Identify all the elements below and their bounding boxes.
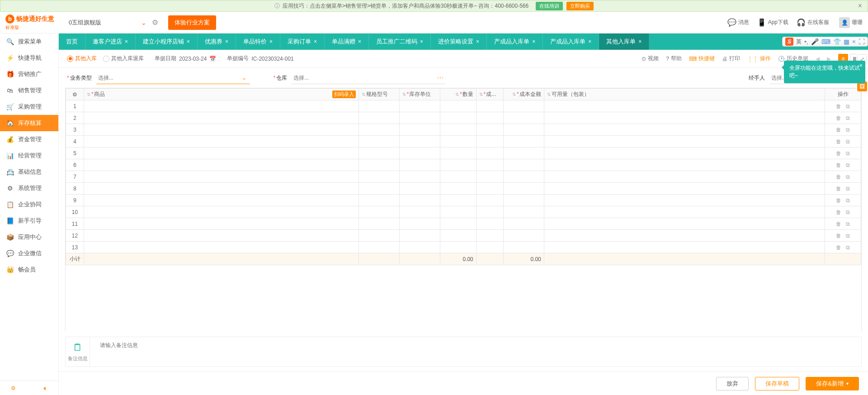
tab-close-icon[interactable]: × — [588, 38, 591, 45]
tip-close-icon[interactable]: × — [859, 62, 863, 69]
row-copy-icon[interactable]: ⧉ — [846, 186, 850, 192]
row-copy-icon[interactable]: ⧉ — [846, 221, 850, 227]
sidebar-item-5[interactable]: 🏠库存核算 — [0, 115, 58, 131]
tab-close-icon[interactable]: × — [314, 38, 317, 45]
tab-9[interactable]: 产成品入库单× — [487, 33, 543, 50]
table-row[interactable]: 7🗑⧉ — [66, 171, 861, 183]
save-draft-button[interactable]: 保存草稿 — [755, 377, 799, 390]
table-row[interactable]: 9🗑⧉ — [66, 195, 861, 206]
chevron-down-icon[interactable]: ⌄ — [242, 75, 246, 81]
tab-11[interactable]: 其他入库单× — [599, 33, 649, 50]
row-copy-icon[interactable]: ⧉ — [846, 233, 850, 239]
hotkey-link[interactable]: ⌨ 快捷键 — [689, 55, 715, 62]
row-delete-icon[interactable]: 🗑 — [836, 221, 841, 227]
save-new-button[interactable]: 保存&新增▾ — [806, 377, 859, 390]
row-copy-icon[interactable]: ⧉ — [846, 174, 850, 180]
org-selector[interactable]: 0五组旗舰版 ⌄ ⚙ 体验行业方案 — [67, 15, 216, 30]
tab-close-icon[interactable]: × — [225, 38, 228, 45]
sidebar-item-1[interactable]: ⚡快捷导航 — [0, 50, 58, 66]
radio-other-inbound-return[interactable]: 其他入库退库 — [103, 55, 144, 62]
warehouse-select[interactable] — [292, 71, 445, 84]
table-row[interactable]: 5🗑⧉ — [66, 148, 861, 159]
row-delete-icon[interactable]: 🗑 — [836, 233, 841, 239]
table-row[interactable]: 13🗑⧉ — [66, 242, 861, 253]
ime-pin-icon[interactable]: •, — [804, 38, 808, 45]
tab-0[interactable]: 首页 — [59, 33, 85, 50]
tab-10[interactable]: 产成品入库单× — [543, 33, 599, 50]
more-icon[interactable]: ⋯ — [437, 74, 444, 81]
tab-6[interactable]: 单品满赠× — [325, 33, 369, 50]
row-delete-icon[interactable]: 🗑 — [836, 209, 841, 215]
table-row[interactable]: 2🗑⧉ — [66, 112, 861, 124]
row-copy-icon[interactable]: ⧉ — [846, 244, 850, 251]
print-link[interactable]: 🖨 打印 — [722, 55, 740, 62]
table-row[interactable]: 3🗑⧉ — [66, 124, 861, 136]
tab-8[interactable]: 进价策略设置× — [431, 33, 487, 50]
ime-expand-icon[interactable]: ⛶ — [859, 38, 865, 45]
row-delete-icon[interactable]: 🗑 — [836, 127, 841, 133]
sidebar-item-2[interactable]: 🎁营销推广 — [0, 66, 58, 82]
sidebar-settings-icon[interactable]: ⚙ — [11, 385, 16, 391]
row-delete-icon[interactable]: 🗑 — [836, 197, 841, 204]
tab-close-icon[interactable]: × — [358, 38, 361, 45]
row-copy-icon[interactable]: ⧉ — [846, 115, 850, 121]
table-row[interactable]: 1🗑⧉ — [66, 100, 861, 112]
scan-entry-button[interactable]: 扫码录入 — [332, 90, 356, 98]
ops-link[interactable]: ⋮⋮ 操作 — [747, 55, 771, 62]
banner-close-icon[interactable]: × — [858, 2, 862, 10]
sidebar-collapse-icon[interactable]: ⏴ — [42, 385, 47, 391]
row-delete-icon[interactable]: 🗑 — [836, 150, 841, 157]
col-unit[interactable]: ⇅*库存单位 — [399, 89, 440, 100]
row-copy-icon[interactable]: ⧉ — [846, 138, 850, 145]
tab-7[interactable]: 员工推广二维码× — [369, 33, 431, 50]
user-menu[interactable]: 👤珊珊 — [837, 17, 863, 28]
tab-1[interactable]: 邀客户进店× — [85, 33, 136, 50]
sidebar-item-9[interactable]: ⚙系统管理 — [0, 180, 58, 196]
sidebar-item-0[interactable]: 🔍搜索菜单 — [0, 33, 58, 50]
table-row[interactable]: 11🗑⧉ — [66, 218, 861, 230]
row-copy-icon[interactable]: ⧉ — [846, 209, 850, 215]
sidebar-item-7[interactable]: 📊经营管理 — [0, 148, 58, 164]
tab-close-icon[interactable]: × — [269, 38, 273, 45]
ime-keyboard-icon[interactable]: ⌨ — [821, 38, 830, 45]
row-copy-icon[interactable]: ⧉ — [846, 150, 850, 157]
row-delete-icon[interactable]: 🗑 — [836, 138, 841, 145]
help-link[interactable]: ? 帮助 — [666, 55, 682, 62]
biz-type-select[interactable] — [96, 71, 250, 84]
ime-toolbar[interactable]: S 英 •, 🎤 ⌨ 👕 ▦ × ⛶ — [782, 37, 868, 47]
doc-date-value[interactable]: 2023-03-24 — [179, 56, 207, 62]
ime-mic-icon[interactable]: 🎤 — [811, 38, 819, 45]
sidebar-item-11[interactable]: 📘新手引导 — [0, 213, 58, 229]
row-delete-icon[interactable]: 🗑 — [836, 186, 841, 192]
row-copy-icon[interactable]: ⧉ — [846, 162, 850, 168]
col-spec[interactable]: ⇅规格型号 — [359, 89, 399, 100]
col-cost[interactable]: ⇅*成... — [476, 89, 503, 100]
table-row[interactable]: 4🗑⧉ — [66, 136, 861, 148]
buy-now-button[interactable]: 立即购买 — [566, 2, 594, 10]
row-delete-icon[interactable]: 🗑 — [836, 115, 841, 121]
table-row[interactable]: 6🗑⧉ — [66, 159, 861, 171]
online-service-link[interactable]: 🎧在线客服 — [797, 18, 829, 27]
row-copy-icon[interactable]: ⧉ — [846, 103, 850, 109]
remark-input[interactable] — [95, 337, 861, 366]
sidebar-item-14[interactable]: 👑畅会员 — [0, 262, 58, 278]
radio-other-inbound[interactable]: 其他入库 — [67, 55, 97, 62]
col-available[interactable]: ⇅可用量（包装） — [544, 89, 825, 100]
table-row[interactable]: 8🗑⧉ — [66, 183, 861, 195]
sidebar-item-8[interactable]: 📇基础信息 — [0, 164, 58, 180]
tab-5[interactable]: 采购订单× — [280, 33, 325, 50]
tab-close-icon[interactable]: × — [420, 38, 423, 45]
sidebar-item-4[interactable]: 🛒采购管理 — [0, 99, 58, 115]
tab-2[interactable]: 建立小程序店铺× — [136, 33, 198, 50]
col-qty[interactable]: ⇅*数量 — [440, 89, 476, 100]
tab-close-icon[interactable]: × — [638, 38, 642, 45]
ime-grid-icon[interactable]: ▦ — [844, 38, 849, 45]
row-copy-icon[interactable]: ⧉ — [846, 127, 850, 133]
app-download-link[interactable]: 📱App下载 — [757, 18, 788, 27]
calendar-icon[interactable]: 📅 — [209, 56, 216, 62]
sidebar-item-3[interactable]: 🛍销售管理 — [0, 82, 58, 99]
tab-3[interactable]: 优惠券× — [198, 33, 236, 50]
sidebar-item-6[interactable]: 💰资金管理 — [0, 131, 58, 148]
table-row[interactable]: 10🗑⧉ — [66, 206, 861, 218]
table-row[interactable]: 12🗑⧉ — [66, 230, 861, 242]
